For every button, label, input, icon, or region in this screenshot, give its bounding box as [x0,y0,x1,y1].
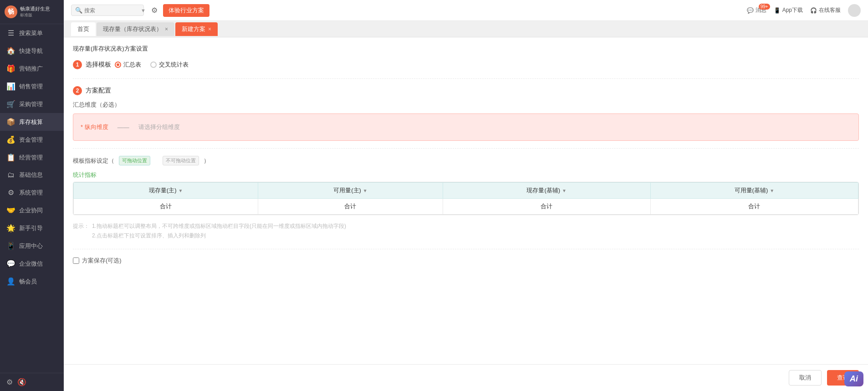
tab-inventory-status-label: 现存量（库存状况表） [103,25,162,33]
star-icon: 🌟 [6,224,15,232]
table-header-3-label: 可用量(基辅) [735,186,768,195]
stats-table-container: 现存量(主) ▼ 可用量(主) ▼ [73,182,859,215]
app-name: 畅康通好生意 [20,5,50,12]
settings-bottom-icon[interactable]: ⚙ [6,378,13,386]
table-header-3-dropdown-icon[interactable]: ▼ [770,188,774,193]
download-icon: 📱 [774,7,781,14]
radio-summary-label: 汇总表 [123,61,141,69]
sidebar-item-sales-label: 销售管理 [19,82,43,91]
chat-icon: 💬 [6,259,15,268]
sidebar-item-finance[interactable]: 💰 资金管理 [0,131,64,149]
sidebar-item-app-center[interactable]: 📱 应用中心 [0,237,64,255]
step1-number: 1 [73,60,82,69]
tip-text-1: 2.点击标题栏下拉可设置排序、插入列和删除列 [92,232,206,240]
tab-new-plan[interactable]: 新建方案 × [175,22,218,36]
search-menu-icon: ☰ [6,29,15,37]
table-header-1[interactable]: 可用量(主) ▼ [258,183,443,199]
search-dropdown-icon[interactable]: ▼ [141,8,146,13]
sidebar-item-app-center-label: 应用中心 [19,242,43,250]
sidebar-item-system[interactable]: ⚙ 系统管理 [0,184,64,201]
table-header-0[interactable]: 现存量(主) ▼ [74,183,258,199]
sound-icon[interactable]: 🔇 [17,378,26,386]
step2-title: 方案配置 [86,87,111,95]
online-service-label: 在线客服 [819,6,841,14]
required-area: * 纵向维度 —— 请选择分组维度 [73,113,859,141]
radio-cross[interactable]: 交叉统计表 [150,61,189,69]
cancel-button[interactable]: 取消 [789,370,822,386]
search-bar[interactable]: 🔍 ▼ [71,5,144,16]
app-download-button[interactable]: 📱 App下载 [774,6,803,14]
sidebar-logo: 畅 畅康通好生意 标准版 [0,0,64,24]
indicator-settings: 模板指标设定（ 可拖动位置 不可拖动位置 ） 统计指标 现存量(主) [73,156,859,215]
sidebar-item-member[interactable]: 👤 畅会员 [0,273,64,290]
tab-home-label: 首页 [77,25,89,33]
table-cell-0-1: 合计 [258,199,443,215]
radio-summary[interactable]: 汇总表 [115,61,141,69]
table-header-3[interactable]: 可用量(基辅) ▼ [650,183,858,199]
sidebar-item-sales[interactable]: 📊 销售管理 [0,77,64,95]
handshake-icon: 🤝 [6,206,15,215]
messages-badge: 99+ [759,4,770,10]
step1-section: 1 选择模板 汇总表 交叉统计表 [73,60,859,69]
tab-new-plan-close-icon[interactable]: × [208,26,211,32]
sidebar-item-operations-label: 经营管理 [19,154,43,162]
sidebar-item-search-menu-label: 搜索菜单 [19,29,43,37]
sidebar-item-wechat-label: 企业微信 [19,260,43,268]
sidebar-item-member-label: 畅会员 [19,278,37,286]
radio-summary-dot [115,62,121,68]
tab-inventory-status-close-icon[interactable]: × [165,26,168,32]
table-header-1-dropdown-icon[interactable]: ▼ [363,188,368,193]
table-header-0-dropdown-icon[interactable]: ▼ [179,188,183,193]
trial-button[interactable]: 体验行业方案 [163,4,209,17]
step1-header: 1 选择模板 汇总表 交叉统计表 [73,60,859,69]
dimension-label: 汇总维度（必选） [73,101,859,109]
tip-prefix-0: 提示： [73,222,89,230]
sidebar-item-search-menu[interactable]: ☰ 搜索菜单 [0,24,64,42]
table-header-1-label: 可用量(主) [333,186,361,195]
avatar [848,4,861,17]
sidebar-item-quick-nav[interactable]: 🏠 快捷导航 [0,42,64,60]
online-service-button[interactable]: 🎧 在线客服 [810,6,841,14]
content-area: 现存量(库存状况表)方案设置 1 选择模板 汇总表 [64,37,868,364]
sidebar-item-basics[interactable]: 🗂 基础信息 [0,166,64,184]
sidebar-item-operations[interactable]: 📋 经营管理 [0,149,64,166]
money-icon: 💰 [6,135,15,144]
main-area: 🔍 ▼ ⚙ 体验行业方案 💬 消息 99+ 📱 App下载 🎧 在线客服 [64,0,868,391]
table-header-2-label: 现存量(基辅) [526,186,560,195]
sidebar-item-cooperation-label: 企业协同 [19,206,43,215]
tab-home[interactable]: 首页 [71,22,96,36]
gear-icon: ⚙ [6,188,15,197]
step2-header: 2 方案配置 [73,86,859,95]
logo-icon: 畅 [5,5,17,18]
save-checkbox[interactable] [73,257,79,264]
page-title: 现存量(库存状况表)方案设置 [73,45,859,53]
header-gear-icon[interactable]: ⚙ [151,6,158,15]
gift-icon: 🎁 [6,64,15,73]
sidebar-item-quick-nav-label: 快捷导航 [19,47,43,55]
sidebar-item-wechat[interactable]: 💬 企业微信 [0,255,64,273]
ai-badge[interactable]: Ai [844,371,863,386]
sidebar-item-new-guide[interactable]: 🌟 新手引导 [0,219,64,237]
sidebar-item-inventory[interactable]: 📦 库存核算 [0,113,64,131]
sidebar-item-purchase[interactable]: 🛒 采购管理 [0,95,64,113]
draggable-badge: 可拖动位置 [119,156,150,165]
messages-button[interactable]: 💬 消息 99+ [747,6,766,14]
tip-text-0: 1.拖动标题栏可以调整布局，不可跨维度或指标区域拖动栏目字段(只能在同一维度或指… [92,222,346,230]
required-field-label: * 纵向维度 [81,123,108,131]
user-icon: 👤 [6,277,15,286]
app-edition: 标准版 [20,12,50,18]
sidebar-item-marketing[interactable]: 🎁 营销推广 [0,60,64,77]
phone-icon: 📱 [6,242,15,250]
search-input[interactable] [84,7,139,14]
tip-item-1: 提示： 2.点击标题栏下拉可设置排序、插入列和删除列 [73,232,859,240]
non-draggable-badge: 不可拖动位置 [163,156,199,165]
sidebar-item-cooperation[interactable]: 🤝 企业协同 [0,201,64,219]
table-header-2[interactable]: 现存量(基辅) ▼ [443,183,650,199]
bottom-bar: 取消 查询 [64,364,868,391]
folder-icon: 🗂 [6,171,15,179]
table-row: 合计 合计 合计 合计 [74,199,858,215]
tab-inventory-status[interactable]: 现存量（库存状况表） × [97,22,174,36]
table-header-2-dropdown-icon[interactable]: ▼ [562,188,567,193]
tab-new-plan-label: 新建方案 [182,25,205,33]
home-icon: 🏠 [6,46,15,55]
